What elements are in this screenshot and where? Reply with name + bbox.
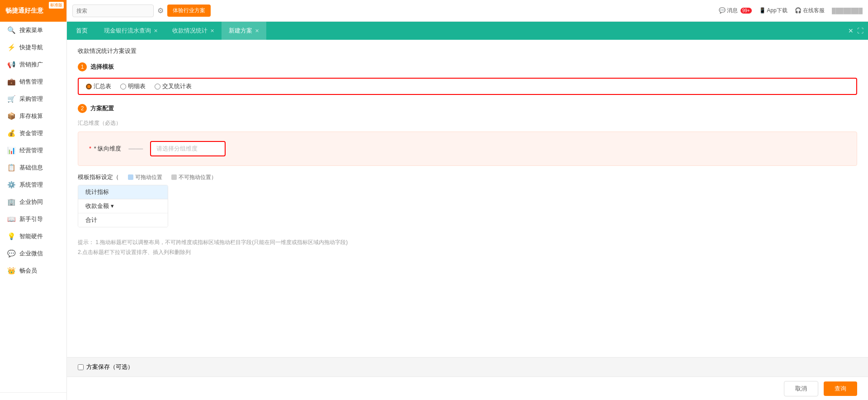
- tab-newplan[interactable]: 新建方案 ✕: [222, 22, 266, 40]
- sidebar: 畅捷通好生意 标准版 🔍搜索菜单⚡快捷导航📢营销推广💼销售管理🛒采购管理📦库存核…: [0, 0, 67, 400]
- dimension-config: 汇总维度（必选） * * 纵向维度 —— 请选择分组维度: [78, 119, 857, 166]
- sidebar-item-11[interactable]: 📖新手引导: [0, 211, 66, 228]
- sidebar-icon-0: 🔍: [7, 26, 16, 34]
- section1-title: 选择模板: [90, 63, 114, 71]
- tab-newplan-close[interactable]: ✕: [255, 28, 259, 34]
- section2-header: 2 方案配置: [78, 104, 857, 113]
- drag-dot: [128, 174, 133, 180]
- tab-cashbank-close[interactable]: ✕: [154, 28, 158, 34]
- tab-bar-right: ✕ ⛶: [848, 27, 868, 34]
- sidebar-item-4[interactable]: 🛒采购管理: [0, 90, 66, 108]
- sidebar-label-11: 新手引导: [19, 215, 43, 223]
- sidebar-label-2: 营销推广: [19, 61, 43, 69]
- tab-home[interactable]: 首页: [67, 22, 97, 40]
- tab-home-label: 首页: [76, 27, 88, 35]
- dimension-select[interactable]: 请选择分组维度: [150, 141, 226, 156]
- sidebar-icon-4: 🛒: [7, 95, 16, 103]
- tab-cashbank-label: 现金银行流水查询: [104, 27, 151, 35]
- metrics-config-label: 模板指标设定（ 可拖动位置 不可拖动位置）: [78, 173, 857, 181]
- save-option-label: 方案保存（可选）: [86, 363, 133, 371]
- radio-detail[interactable]: 明细表: [120, 82, 146, 90]
- tab-close-all-icon[interactable]: ✕: [848, 27, 854, 34]
- sidebar-item-3[interactable]: 💼销售管理: [0, 73, 66, 90]
- user-info[interactable]: ████████: [832, 8, 863, 14]
- sidebar-icon-8: 📋: [7, 164, 16, 172]
- page-content: 收款情况统计方案设置 1 选择模板 汇总表 明细表: [67, 40, 868, 400]
- sidebar-icon-2: 📢: [7, 61, 16, 69]
- tip-line1: 提示： 1.拖动标题栏可以调整布局，不可跨维度或指标区域拖动栏目字段(只能在同一…: [78, 238, 857, 248]
- online-service-item[interactable]: 🎧 在线客服: [795, 7, 825, 14]
- save-option-bar: 方案保存（可选）: [67, 357, 868, 376]
- sidebar-label-9: 系统管理: [19, 181, 43, 189]
- section1-header: 1 选择模板: [78, 62, 857, 71]
- sidebar-label-14: 畅会员: [19, 267, 37, 275]
- search-input[interactable]: [72, 5, 154, 17]
- tab-cashbank[interactable]: 现金银行流水查询 ✕: [97, 22, 165, 40]
- metrics-row-total: 合计: [78, 213, 168, 227]
- sidebar-item-9[interactable]: ⚙️系统管理: [0, 176, 66, 193]
- sidebar-item-0[interactable]: 🔍搜索菜单: [0, 22, 66, 39]
- header-left: ⚙ 体验行业方案: [72, 5, 211, 17]
- sidebar-item-14[interactable]: 👑畅会员: [0, 262, 66, 279]
- tab-newplan-label: 新建方案: [229, 27, 252, 35]
- save-checkbox[interactable]: [78, 364, 84, 370]
- dropdown-icon[interactable]: ▾: [111, 202, 114, 209]
- query-button[interactable]: 查询: [824, 381, 857, 396]
- section2-title: 方案配置: [90, 104, 114, 113]
- industry-button[interactable]: 体验行业方案: [167, 5, 211, 17]
- sidebar-item-12[interactable]: 💡智能硬件: [0, 228, 66, 245]
- radio-summary-label: 汇总表: [94, 82, 111, 90]
- metrics-config: 模板指标设定（ 可拖动位置 不可拖动位置） 统计指标 收款金: [78, 173, 857, 229]
- message-item[interactable]: 💬 消息 99+: [719, 7, 752, 14]
- template-selector: 汇总表 明细表 交叉统计表: [78, 78, 857, 95]
- sidebar-label-6: 资金管理: [19, 129, 43, 137]
- sidebar-item-10[interactable]: 🏢企业协同: [0, 193, 66, 211]
- tab-receipts-close[interactable]: ✕: [210, 28, 214, 34]
- sidebar-label-7: 经营管理: [19, 146, 43, 155]
- sidebar-item-13[interactable]: 💬企业微信: [0, 245, 66, 262]
- dimension-area: * * 纵向维度 —— 请选择分组维度: [78, 132, 857, 166]
- radio-cross[interactable]: 交叉统计表: [155, 82, 192, 90]
- section2-num: 2: [78, 104, 87, 113]
- sidebar-icon-13: 💬: [7, 249, 16, 258]
- app-name: 畅捷通好生意: [5, 7, 43, 15]
- sidebar-item-1[interactable]: ⚡快捷导航: [0, 39, 66, 56]
- metrics-table: 统计指标 收款金额 ▾ 合计: [78, 185, 168, 227]
- no-drag-badge: 不可拖动位置）: [171, 173, 217, 181]
- footer-bar: 取消 查询: [67, 376, 868, 400]
- metrics-table-header: 统计指标: [78, 185, 168, 199]
- sidebar-item-2[interactable]: 📢营销推广: [0, 56, 66, 73]
- app-download-item[interactable]: 📱 App下载: [759, 7, 788, 14]
- main-area: ⚙ 体验行业方案 💬 消息 99+ 📱 App下载 🎧 在线客服 ███████…: [67, 0, 868, 400]
- sidebar-item-5[interactable]: 📦库存核算: [0, 108, 66, 125]
- sidebar-label-13: 企业微信: [19, 249, 43, 258]
- sidebar-label-0: 搜索菜单: [19, 26, 43, 34]
- sidebar-label-8: 基础信息: [19, 164, 43, 172]
- tip-line2: 2.点击标题栏下拉可设置排序、插入列和删除列: [78, 248, 857, 258]
- tab-expand-icon[interactable]: ⛶: [857, 27, 863, 34]
- drag-badge: 可拖动位置: [128, 173, 162, 181]
- page-inner: 收款情况统计方案设置 1 选择模板 汇总表 明细表: [67, 40, 868, 357]
- sidebar-label-1: 快捷导航: [19, 43, 43, 52]
- tab-bar: 首页 现金银行流水查询 ✕ 收款情况统计 ✕ 新建方案 ✕ ✕ ⛶: [67, 22, 868, 40]
- tab-receipts[interactable]: 收款情况统计 ✕: [165, 22, 222, 40]
- sidebar-item-6[interactable]: 💰资金管理: [0, 125, 66, 142]
- sidebar-icon-3: 💼: [7, 78, 16, 86]
- sidebar-icon-10: 🏢: [7, 198, 16, 206]
- gear-icon[interactable]: ⚙: [157, 6, 164, 15]
- tips-area: 提示： 1.拖动标题栏可以调整布局，不可跨维度或指标区域拖动栏目字段(只能在同一…: [78, 238, 857, 257]
- radio-group-template: 汇总表 明细表 交叉统计表: [86, 82, 192, 90]
- radio-summary[interactable]: 汇总表: [86, 82, 111, 90]
- no-drag-dot: [171, 174, 177, 180]
- page-title: 收款情况统计方案设置: [78, 47, 857, 55]
- sidebar-item-7[interactable]: 📊经营管理: [0, 142, 66, 159]
- cancel-button[interactable]: 取消: [784, 381, 818, 396]
- metrics-row-amount[interactable]: 收款金额 ▾: [78, 199, 168, 213]
- sidebar-icon-14: 👑: [7, 267, 16, 275]
- sidebar-item-8[interactable]: 📋基础信息: [0, 159, 66, 176]
- sidebar-icon-5: 📦: [7, 112, 16, 120]
- radio-detail-label: 明细表: [128, 82, 146, 90]
- sidebar-label-12: 智能硬件: [19, 232, 43, 240]
- sidebar-label-10: 企业协同: [19, 198, 43, 206]
- sidebar-bottom: [0, 392, 66, 400]
